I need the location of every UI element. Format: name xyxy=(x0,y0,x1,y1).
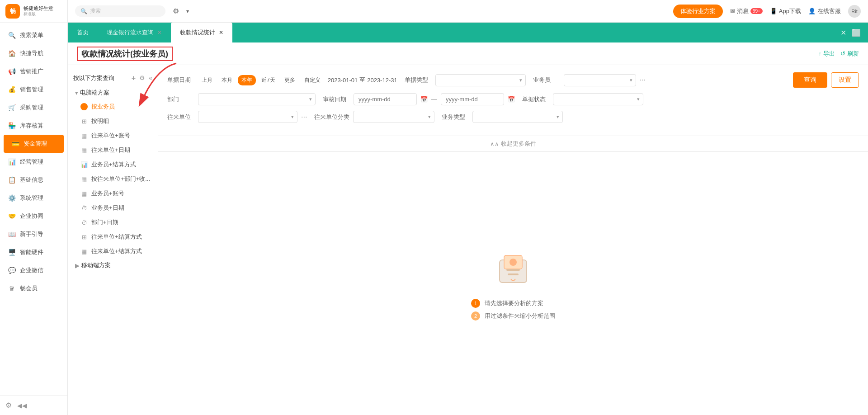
panel-item-partner-account[interactable]: ▦ 往来单位+账号 xyxy=(68,128,158,143)
tab-close-bank-flow[interactable]: ✕ xyxy=(157,29,162,36)
query-button[interactable]: 查询 xyxy=(793,72,827,88)
svg-point-2 xyxy=(509,259,517,266)
review-date-to[interactable] xyxy=(441,93,504,105)
main-area: 🔍 搜索 ⚙ ▾ 体验行业方案 ✉ 消息 99+ 📱 App下载 👤 在线客服 … xyxy=(68,0,868,415)
panel-item-salesperson-account[interactable]: ▦ 业务员+账号 xyxy=(68,186,158,201)
review-date-filter-item: 审核日期 📅 — 📅 xyxy=(323,93,515,105)
try-industry-btn[interactable]: 体验行业方案 xyxy=(673,5,723,18)
sidebar-logo: 畅 畅捷通好生意 标准版 xyxy=(0,0,67,23)
export-btn[interactable]: ↑ 导出 xyxy=(819,50,835,58)
sidebar-item-wechat[interactable]: 💬 企业微信 xyxy=(0,261,67,279)
window-maximize-icon[interactable]: ⬜ xyxy=(852,28,861,37)
sidebar-item-hardware[interactable]: 🖥️ 智能硬件 xyxy=(0,243,67,261)
sidebar-item-enterprise[interactable]: 🤝 企业协同 xyxy=(0,207,67,225)
sidebar-item-marketing[interactable]: 📢 营销推广 xyxy=(0,62,67,80)
panel-settings-icon[interactable]: ⚙ xyxy=(139,74,145,82)
tab-bank-flow[interactable]: 现金银行流水查询 ✕ xyxy=(98,23,171,42)
tab-home[interactable]: 首页 xyxy=(68,23,98,42)
window-close-icon[interactable]: ✕ xyxy=(840,28,846,37)
panel-item-salesperson-settlement[interactable]: 📊 业务员+结算方式 xyxy=(68,157,158,172)
topbar-search-box[interactable]: 🔍 搜索 xyxy=(75,5,165,17)
tab-collection-stat[interactable]: 收款情况统计 ✕ xyxy=(171,23,232,42)
business-type-select[interactable] xyxy=(472,111,563,123)
sidebar-item-operations[interactable]: 📊 经营管理 xyxy=(0,153,67,171)
hardware-icon: 🖥️ xyxy=(7,248,16,257)
panel-section-desktop: ▾ 电脑端方案 按业务员 ⊞ 按明细 ▦ 往来单位+账号 ▦ xyxy=(68,86,158,259)
doc-status-select[interactable] xyxy=(553,93,643,105)
sidebar-nav: 🔍 搜索菜单 🏠 快捷导航 📢 营销推广 💰 销售管理 🛒 采购管理 🏪 库存核… xyxy=(0,23,67,395)
panel-item-by-detail[interactable]: ⊞ 按明细 xyxy=(68,114,158,128)
sidebar-settings-icon[interactable]: ⚙ xyxy=(5,401,12,410)
online-service-btn[interactable]: 👤 在线客服 xyxy=(808,7,841,15)
sidebar-item-guide[interactable]: 📖 新手引导 xyxy=(0,225,67,243)
date-tab-custom[interactable]: 自定义 xyxy=(301,75,324,85)
topbar-settings[interactable]: ⚙ xyxy=(173,7,179,15)
sales-icon: 💰 xyxy=(7,85,16,94)
topbar: 🔍 搜索 ⚙ ▾ 体验行业方案 ✉ 消息 99+ 📱 App下载 👤 在线客服 … xyxy=(68,0,868,23)
date-tab-last-month[interactable]: 上月 xyxy=(198,75,216,85)
clock2-icon: ⏱ xyxy=(80,219,88,226)
enterprise-icon: 🤝 xyxy=(7,212,16,221)
sidebar-item-inventory[interactable]: 🏪 库存核算 xyxy=(0,117,67,135)
review-date-label: 审核日期 xyxy=(323,95,350,104)
doc-type-select[interactable] xyxy=(435,74,526,86)
sidebar-item-finance[interactable]: 💳 资金管理 xyxy=(4,135,64,153)
review-date-calendar-icon2[interactable]: 📅 xyxy=(508,96,515,103)
panel-collapse-icon[interactable]: « xyxy=(149,74,152,82)
partner-more-icon[interactable]: ··· xyxy=(301,113,307,121)
section-desktop-title[interactable]: ▾ 电脑端方案 xyxy=(68,86,158,99)
sidebar-collapse-icon[interactable]: ◀◀ xyxy=(17,402,27,409)
salesperson-select[interactable] xyxy=(564,74,636,86)
doc-status-filter-item: 单据状态 xyxy=(522,93,643,105)
partner-category-select[interactable] xyxy=(353,111,434,123)
page-header: 收款情况统计(按业务员) ↑ 导出 ↺ 刷新 xyxy=(68,42,868,65)
partner-select[interactable] xyxy=(198,111,297,123)
vip-icon: ♛ xyxy=(7,284,16,293)
panel-item-partner-settlement2[interactable]: ▦ 往来单位+结算方式 xyxy=(68,244,158,259)
panel-add-icon[interactable]: + xyxy=(132,74,136,82)
date-tab-more[interactable]: 更多 xyxy=(281,75,299,85)
panel-item-salesperson-date[interactable]: ⏱ 业务员+日期 xyxy=(68,201,158,215)
sidebar-item-sales[interactable]: 💰 销售管理 xyxy=(0,80,67,99)
date-tab-this-month[interactable]: 本月 xyxy=(218,75,236,85)
sidebar-item-basic-info[interactable]: 📋 基础信息 xyxy=(0,171,67,189)
salesperson-more-icon[interactable]: ··· xyxy=(640,76,646,84)
dept-select[interactable] xyxy=(198,93,316,105)
date-filter-label: 单据日期 xyxy=(167,76,194,84)
salesperson-select-wrap xyxy=(564,74,636,86)
sidebar-item-vip[interactable]: ♛ 畅会员 xyxy=(0,279,67,297)
review-date-calendar-icon[interactable]: 📅 xyxy=(420,96,428,103)
collapse-icon: ∧∧ xyxy=(490,141,499,147)
user-avatar[interactable]: Rit xyxy=(848,5,861,18)
right-panel: 单据日期 上月 本月 本年 近7天 更多 自定义 2023-01-01 至 xyxy=(158,65,868,415)
section-mobile-title[interactable]: ▶ 移动端方案 xyxy=(68,259,158,272)
left-panel: 按以下方案查询 + ⚙ « ▾ 电脑端方案 按业务员 xyxy=(68,65,158,415)
collapse-more-bar[interactable]: ∧∧ 收起更多条件 xyxy=(158,136,868,152)
refresh-btn[interactable]: ↺ 刷新 xyxy=(840,50,859,58)
panel-item-partner-settlement1[interactable]: ⊞ 往来单位+结算方式 xyxy=(68,230,158,244)
grid-icon: ⊞ xyxy=(80,118,88,125)
sidebar-item-system[interactable]: ⚙️ 系统管理 xyxy=(0,189,67,207)
set-button[interactable]: 设置 xyxy=(831,72,859,88)
date-tab-this-year[interactable]: 本年 xyxy=(238,75,256,85)
message-btn[interactable]: ✉ 消息 99+ xyxy=(730,7,763,15)
app-download-btn[interactable]: 📱 App下载 xyxy=(770,7,801,15)
date-tab-7days[interactable]: 近7天 xyxy=(258,75,279,85)
topbar-dropdown-icon[interactable]: ▾ xyxy=(186,8,189,14)
sidebar-item-purchase[interactable]: 🛒 采购管理 xyxy=(0,99,67,117)
partner-filter-item: 往来单位 ··· xyxy=(167,111,307,123)
table3-icon: ▦ xyxy=(80,175,88,183)
review-date-from[interactable] xyxy=(354,93,417,105)
dept-label: 部门 xyxy=(167,95,194,104)
dept-select-wrap xyxy=(198,93,316,105)
panel-item-by-salesperson[interactable]: 按业务员 xyxy=(68,99,158,114)
tab-close-collection-stat[interactable]: ✕ xyxy=(219,29,223,36)
table5-icon: ▦ xyxy=(80,248,88,255)
panel-item-partner-dept-collect[interactable]: ▦ 按往来单位+部门+收... xyxy=(68,172,158,186)
panel-item-partner-date[interactable]: ▦ 往来单位+日期 xyxy=(68,143,158,157)
sidebar-item-search[interactable]: 🔍 搜索菜单 xyxy=(0,26,67,44)
sidebar-item-quick-nav[interactable]: 🏠 快捷导航 xyxy=(0,44,67,62)
orange-dot-icon xyxy=(80,103,88,110)
date-to: 2023-12-31 xyxy=(367,77,397,84)
panel-item-dept-date[interactable]: ⏱ 部门+日期 xyxy=(68,215,158,230)
